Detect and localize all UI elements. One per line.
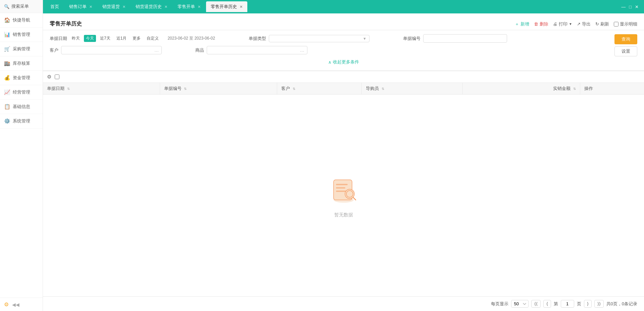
filter-settings-button[interactable]: 设置 — [614, 46, 637, 56]
operations-icon: 📈 — [4, 89, 10, 95]
content-area: 零售开单历史 ＋ 新增 🗑 删除 🖨 打印 ▼ ↗ 导出 — [43, 13, 644, 311]
col-date-label: 单据日期 — [47, 86, 64, 91]
sidebar-item-purchase-mgmt[interactable]: 🛒 采购管理 — [0, 42, 43, 56]
first-page-button[interactable]: ⟨⟨ — [531, 300, 541, 308]
ellipsis-icon: … — [154, 48, 159, 53]
doc-number-input[interactable] — [423, 34, 507, 43]
prev-page-button[interactable]: ⟨ — [543, 300, 551, 308]
date-filter-field: 单据日期 昨天 今天 近7天 近1月 更多 自定义 — [50, 35, 161, 42]
query-button[interactable]: 查询 — [614, 34, 637, 44]
product-filter-field: 商品 … — [195, 46, 307, 54]
tab-sales-order[interactable]: 销售订单 ✕ — [64, 1, 97, 12]
sidebar-item-quick-nav[interactable]: 🏠 快捷导航 — [0, 13, 43, 28]
sort-icon[interactable]: ⇅ — [184, 87, 187, 91]
tab-sales-return[interactable]: 销货退货 ✕ — [98, 1, 130, 12]
last7-btn[interactable]: 近7天 — [98, 35, 112, 42]
collapse-bar[interactable]: ∧ 收起更多条件 — [50, 58, 637, 66]
delete-button[interactable]: 🗑 删除 — [534, 21, 548, 27]
close-icon[interactable]: ✕ — [122, 5, 126, 9]
sidebar-item-label: 资金管理 — [13, 75, 30, 81]
svg-rect-5 — [336, 191, 347, 192]
sidebar-item-operations[interactable]: 📈 经营管理 — [0, 85, 43, 100]
sidebar-item-basic-info[interactable]: 📋 基础信息 — [0, 100, 43, 114]
sidebar-search[interactable]: 🔍 搜索采单 — [0, 0, 43, 13]
tab-sales-order-label: 销售订单 — [69, 4, 87, 10]
doc-type-label: 单据类型 — [249, 36, 266, 42]
customer-input[interactable]: … — [61, 46, 162, 54]
ellipsis-icon: … — [300, 48, 304, 53]
last-page-button[interactable]: ⟩⟩ — [594, 300, 604, 308]
close-icon[interactable]: ✕ — [164, 5, 167, 9]
table-toolbar: ⚙ — [43, 71, 644, 83]
delete-icon: 🗑 — [534, 21, 538, 27]
add-button[interactable]: ＋ 新增 — [515, 21, 529, 27]
home-icon: 🏠 — [4, 17, 10, 23]
col-customer: 客户 ⇅ — [277, 83, 362, 95]
header-actions: ＋ 新增 🗑 删除 🖨 打印 ▼ ↗ 导出 ↻ 刷新 — [515, 21, 637, 27]
doc-type-select[interactable]: ▼ — [269, 35, 369, 42]
tab-sales-return-history[interactable]: 销货退货历史 ✕ — [131, 1, 172, 12]
sort-icon[interactable]: ⇅ — [67, 87, 70, 91]
maximize-button[interactable]: □ — [629, 4, 632, 9]
empty-text: 暂无数据 — [334, 212, 353, 218]
tab-retail-history[interactable]: 零售开单历史 ✕ — [206, 1, 247, 12]
select-all-checkbox[interactable] — [55, 74, 59, 79]
cart-icon: 🛒 — [4, 46, 10, 52]
minimize-button[interactable]: — — [621, 4, 626, 9]
display-detail-checkbox[interactable] — [614, 22, 618, 27]
settings-gear-button[interactable]: ⚙ — [4, 301, 9, 308]
today-btn[interactable]: 今天 — [84, 35, 96, 42]
svg-rect-3 — [336, 184, 348, 185]
page-number-input[interactable] — [561, 300, 574, 308]
sidebar-item-label: 销售管理 — [13, 32, 30, 38]
doc-number-label: 单据编号 — [403, 36, 420, 42]
product-input[interactable]: … — [207, 46, 307, 54]
close-icon[interactable]: ✕ — [240, 5, 243, 9]
display-detail-label: 显示明细 — [620, 21, 637, 27]
collapse-sidebar-button[interactable]: ◀◀ — [12, 302, 19, 307]
sort-icon[interactable]: ⇅ — [382, 87, 384, 91]
export-button[interactable]: ↗ 导出 — [577, 21, 591, 27]
last1month-btn[interactable]: 近1月 — [114, 35, 129, 42]
close-icon[interactable]: ✕ — [89, 5, 92, 9]
date-label: 单据日期 — [50, 36, 67, 42]
sidebar-search-label: 搜索采单 — [11, 3, 29, 9]
print-button[interactable]: 🖨 打印 ▼ — [553, 21, 572, 27]
chevron-down-icon: ▼ — [363, 37, 366, 41]
sort-icon[interactable]: ⇅ — [573, 87, 576, 91]
col-amount: 实销金额 ⇅ — [462, 83, 580, 95]
sidebar: 🔍 搜索采单 🏠 快捷导航 📊 销售管理 🛒 采购管理 🏬 库存核算 💰 资金管… — [0, 0, 43, 311]
filter-row-2: 客户 … 商品 … — [50, 46, 637, 54]
sort-icon[interactable]: ⇅ — [293, 87, 295, 91]
tab-retail-history-label: 零售开单历史 — [211, 4, 237, 10]
display-detail-button[interactable]: 显示明细 — [614, 21, 637, 27]
custom-btn[interactable]: 自定义 — [145, 35, 161, 42]
money-icon: 💰 — [4, 75, 10, 81]
sidebar-item-label: 采购管理 — [13, 46, 30, 52]
close-icon[interactable]: ✕ — [198, 5, 201, 9]
tab-retail-open[interactable]: 零售开单 ✕ — [173, 1, 205, 12]
col-salesperson-label: 导购员 — [366, 86, 379, 91]
sidebar-item-inventory[interactable]: 🏬 库存核算 — [0, 56, 43, 71]
col-number: 单据编号 ⇅ — [160, 83, 277, 95]
window-close-button[interactable]: ✕ — [635, 4, 639, 9]
next-page-button[interactable]: ⟩ — [584, 300, 592, 308]
sidebar-bottom: ⚙ ◀◀ — [0, 298, 43, 311]
refresh-button[interactable]: ↻ 刷新 — [595, 21, 609, 27]
sidebar-item-system[interactable]: ⚙️ 系统管理 — [0, 114, 43, 128]
more-btn[interactable]: 更多 — [131, 35, 143, 42]
filter-row-1: 单据日期 昨天 今天 近7天 近1月 更多 自定义 2023-06-02 至 2… — [50, 34, 637, 43]
pagination-info: 共0页，0条记录 — [606, 301, 637, 307]
tab-home[interactable]: 首页 — [46, 1, 64, 12]
per-page-select[interactable]: 50 10 20 100 — [511, 300, 529, 308]
col-salesperson: 导购员 ⇅ — [362, 83, 463, 95]
yesterday-btn[interactable]: 昨天 — [70, 35, 82, 42]
print-arrow-icon: ▼ — [569, 22, 572, 26]
filter-action-buttons: 查询 设置 — [614, 34, 637, 56]
data-table: 单据日期 ⇅ 单据编号 ⇅ 客户 ⇅ 导购员 ⇅ — [43, 83, 644, 95]
table-settings-icon[interactable]: ⚙ — [47, 74, 51, 80]
sidebar-item-finance[interactable]: 💰 资金管理 — [0, 71, 43, 85]
doc-type-filter-field: 单据类型 ▼ — [249, 35, 369, 42]
sidebar-item-sales-mgmt[interactable]: 📊 销售管理 — [0, 28, 43, 42]
page-number-suffix: 页 — [577, 301, 581, 307]
